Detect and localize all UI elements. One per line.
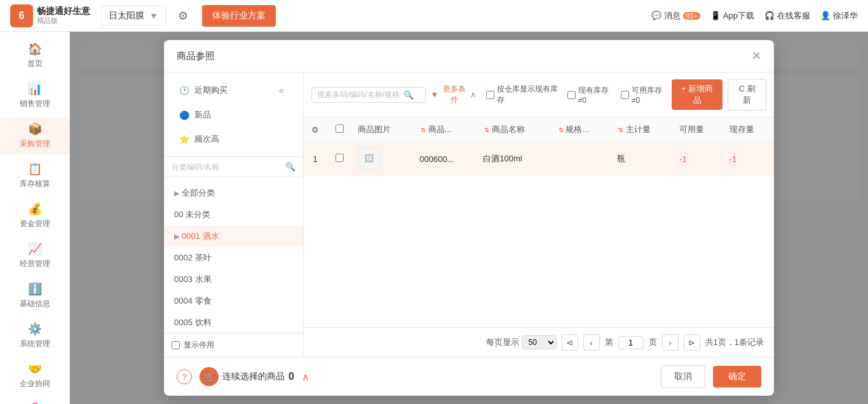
page-unit: 页: [649, 337, 657, 348]
more-filter-button[interactable]: ▼ 更多条件 ∧: [431, 84, 476, 105]
category-label: 全部分类: [182, 187, 215, 199]
page-number-input[interactable]: [618, 336, 644, 349]
warehouse-checkbox[interactable]: [486, 91, 494, 99]
column-code[interactable]: ⇅ 商品...: [414, 118, 478, 142]
show-disabled-checkbox[interactable]: [172, 341, 180, 349]
sidebar-label-system: 系统管理: [20, 339, 50, 349]
filter-existing-stock[interactable]: 现有库存≠0: [567, 85, 613, 105]
recent-purchase-item[interactable]: 🕐 近期购买 «: [172, 80, 295, 100]
sidebar-item-guide[interactable]: 🎯 新手引导: [0, 397, 69, 404]
store-dropdown[interactable]: 日太阳膜 ▼: [100, 6, 166, 26]
operations-icon: 📈: [28, 242, 42, 256]
category-0003[interactable]: 0003 水果: [164, 269, 303, 290]
sort-icon-spec: ⇅: [559, 126, 564, 133]
sort-icon-code: ⇅: [421, 126, 426, 133]
column-name[interactable]: ⇅ 商品名称: [478, 118, 552, 142]
cat-0005-label: 0005 饮料: [174, 317, 212, 328]
row-index: 1: [304, 142, 327, 176]
column-unit[interactable]: ⇅ 主计量: [612, 118, 674, 142]
sidebar-label-finance: 资金管理: [20, 219, 50, 229]
product-search-input[interactable]: [317, 90, 400, 99]
recent-label: 近期购买: [194, 84, 227, 96]
settings-icon[interactable]: ⚙: [172, 4, 194, 27]
cart-count: 0: [288, 371, 294, 382]
sidebar-item-enterprise[interactable]: 🤝 企业协同: [0, 357, 69, 394]
row-code-cell: 000600...: [414, 142, 478, 176]
sidebar-item-operations[interactable]: 📈 经营管理: [0, 237, 69, 274]
column-spec[interactable]: ⇅ 规格...: [552, 118, 613, 142]
first-page-button[interactable]: ⊲: [562, 334, 578, 351]
content-area: 商品参照 ✕ 🕐 近期购买 « �: [70, 32, 868, 404]
column-settings[interactable]: ⚙: [304, 118, 327, 142]
modal-header: 商品参照 ✕: [164, 40, 774, 72]
column-stock: 现存量: [724, 118, 774, 142]
modal-close-button[interactable]: ✕: [752, 49, 761, 63]
filter-available-stock[interactable]: 可用库存≠0: [621, 85, 667, 105]
footer-right: 取消 确定: [661, 365, 761, 388]
filter-by-warehouse[interactable]: 按仓库显示现有库存: [486, 84, 559, 105]
row-stock: -1: [729, 154, 737, 164]
cat-0003-label: 0003 水果: [174, 274, 212, 285]
page-size-label: 每页显示: [486, 337, 519, 348]
headset-icon: 🎧: [764, 11, 775, 20]
app-download-button[interactable]: 📱 App下载: [710, 10, 754, 22]
refresh-button[interactable]: C 刷新: [728, 79, 766, 111]
sort-icon-unit: ⇅: [618, 126, 623, 133]
image-placeholder-icon: 🖼: [364, 153, 374, 165]
row-checkbox[interactable]: [336, 154, 344, 162]
category-search-icon[interactable]: 🔍: [285, 162, 295, 172]
category-0002[interactable]: 0002 茶叶: [164, 247, 303, 269]
logo-area: 6 畅捷通好生意 精品版: [10, 4, 90, 27]
panel-collapse-icon[interactable]: «: [275, 84, 288, 97]
page-size-dropdown[interactable]: 50 10 20 100: [522, 335, 557, 349]
existing-stock-checkbox[interactable]: [567, 91, 576, 99]
filter-available-label: 可用库存≠0: [632, 85, 667, 105]
category-0004[interactable]: 0004 零食: [164, 290, 303, 312]
last-page-button[interactable]: ⊳: [684, 334, 700, 351]
online-service-button[interactable]: 🎧 在线客服: [764, 10, 810, 22]
trial-button[interactable]: 体验行业方案: [202, 5, 276, 27]
cat-0004-label: 0004 零食: [174, 295, 212, 307]
user-menu[interactable]: 👤 徐泽华: [820, 10, 858, 22]
brand-info: 畅捷通好生意 精品版: [37, 6, 90, 26]
user-icon: 👤: [820, 11, 831, 20]
table-row[interactable]: 1 🖼: [304, 142, 774, 176]
next-page-button[interactable]: ›: [662, 334, 679, 351]
sidebar-item-finance[interactable]: 💰 资金管理: [0, 197, 69, 234]
chevron-right-icon: ▶: [174, 189, 179, 198]
sidebar-item-inventory[interactable]: 📋 库存核算: [0, 157, 69, 194]
category-search: 🔍: [164, 157, 303, 177]
category-search-input[interactable]: [172, 163, 280, 172]
available-stock-checkbox[interactable]: [621, 91, 629, 99]
frequent-item[interactable]: ⭐ 频次高: [172, 130, 295, 149]
sidebar-item-info[interactable]: ℹ️ 基础信息: [0, 277, 69, 314]
finance-icon: 💰: [28, 202, 42, 216]
footer-collapse-icon[interactable]: ∧: [302, 371, 309, 383]
sidebar-label-sales: 销售管理: [20, 98, 50, 109]
chevron-right-icon-0001: ▶: [174, 232, 179, 241]
messages-button[interactable]: 💬 消息 99+: [651, 10, 700, 22]
category-00[interactable]: 00 未分类: [164, 204, 303, 226]
page-label: 第: [605, 337, 613, 348]
category-0001[interactable]: ▶ 0001 酒水: [164, 226, 303, 247]
add-product-button[interactable]: + 新增商品: [672, 79, 722, 110]
search-icon[interactable]: 🔍: [403, 90, 414, 100]
sidebar-item-system[interactable]: ⚙️ 系统管理: [0, 317, 69, 354]
new-product-item[interactable]: 🔵 新品: [172, 105, 295, 125]
help-button[interactable]: ?: [177, 369, 192, 384]
category-0005[interactable]: 0005 饮料: [164, 312, 303, 333]
sidebar-item-sales[interactable]: 📊 销售管理: [0, 77, 69, 114]
sidebar-item-purchase[interactable]: 📦 采购管理: [0, 117, 69, 154]
cancel-button[interactable]: 取消: [661, 365, 705, 388]
filter-warehouse-label: 按仓库显示现有库存: [497, 84, 559, 105]
cart-area[interactable]: 🛒 连续选择的商品 0: [200, 367, 294, 386]
service-label: 在线客服: [777, 10, 810, 22]
sidebar-item-home[interactable]: 🏠 首页: [0, 37, 69, 74]
prev-page-button[interactable]: ‹: [583, 334, 600, 351]
left-panel: 🕐 近期购买 « 🔵 新品 ⭐ 频次高: [164, 72, 304, 357]
confirm-button[interactable]: 确定: [713, 366, 761, 387]
category-all[interactable]: ▶ 全部分类: [164, 182, 303, 204]
enterprise-icon: 🤝: [28, 362, 42, 376]
sidebar-label-operations: 经营管理: [20, 259, 50, 269]
select-all-checkbox[interactable]: [336, 125, 344, 133]
